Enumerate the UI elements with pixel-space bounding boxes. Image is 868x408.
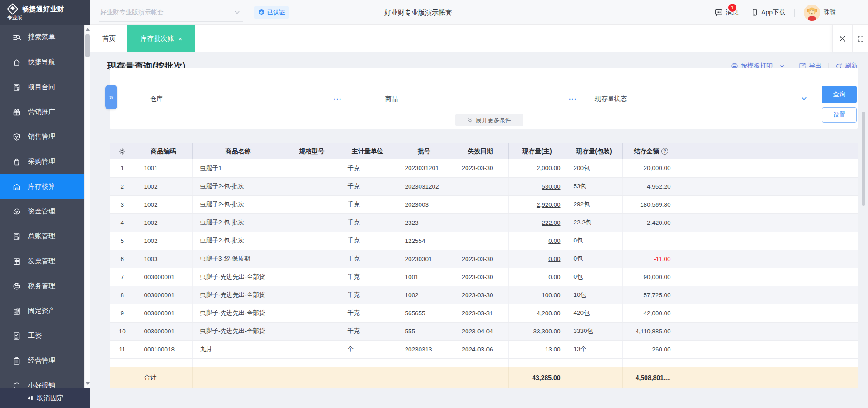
tab-close-icon[interactable]: ×	[179, 35, 183, 42]
query-button[interactable]: 查询	[822, 86, 857, 103]
divider	[794, 9, 795, 17]
scroll-up-arrow-icon[interactable]	[86, 28, 90, 31]
qty-main-link[interactable]: 0.00	[548, 256, 560, 262]
header-qty-main[interactable]: 现存量(主)	[508, 143, 566, 159]
sidebar-item-operations[interactable]: 经营管理	[0, 348, 90, 373]
table-row[interactable]: 2 1002 虫腿子2-包-批次 千克 2023031202 530.00 53…	[110, 177, 858, 195]
cell-spec	[284, 322, 340, 340]
sidebar-item-ledger[interactable]: 总账管理	[0, 224, 90, 249]
table-row[interactable]: 5 1002 虫腿子2-包-批次 千克 122554 0.00 0包	[110, 232, 858, 250]
sidebar-item-invoice[interactable]: 发票管理	[0, 249, 90, 274]
qty-main-link[interactable]: 530.00	[542, 183, 560, 190]
column-settings-button[interactable]	[110, 143, 135, 159]
ellipsis-picker-icon[interactable]: ···	[569, 95, 577, 102]
help-circle-icon[interactable]: ?	[661, 148, 668, 155]
cell-amount: 57,725.00	[622, 286, 680, 304]
header-amount[interactable]: 结存金额 ?	[622, 143, 680, 159]
cell-product-code: 1003	[135, 250, 192, 268]
qty-main-link[interactable]: 0.00	[548, 274, 560, 280]
sidebar-item-salary[interactable]: 工资	[0, 323, 90, 348]
expand-filter-handle[interactable]: »	[105, 85, 117, 109]
header-qty-pack[interactable]: 现存量(包装)	[566, 143, 622, 159]
table-row[interactable]: 8 003000001 虫腿子-先进先出-全部贷 千克 1002 2023-03…	[110, 286, 858, 304]
stock-status-select[interactable]	[640, 90, 809, 105]
cell-spec	[284, 213, 340, 232]
unpin-sidebar-button[interactable]: 取消固定	[0, 388, 90, 408]
cell-product-name: 虫腿子2-包-批次	[192, 195, 284, 213]
row-number: 3	[110, 195, 135, 213]
warehouse-input[interactable]: ···	[172, 90, 344, 105]
cell-unit: 千克	[340, 268, 396, 286]
cell-amount: 20,000.00	[622, 159, 680, 177]
sidebar-item-search[interactable]: 搜索菜单	[0, 25, 90, 50]
sidebar-item-tax[interactable]: 税务管理	[0, 274, 90, 299]
table-row[interactable]: 11 000100018 九月 个 20230313 2024-03-06 13…	[110, 340, 858, 358]
close-page-button[interactable]	[833, 25, 852, 52]
sidebar-item-label: 项目合同	[28, 83, 55, 91]
header-spec[interactable]: 规格型号	[284, 143, 340, 159]
qty-main-link[interactable]: 4,200.00	[537, 310, 561, 317]
account-title: 好业财专业版演示帐套	[384, 0, 452, 25]
qty-main-link[interactable]: 2,920.00	[537, 201, 561, 208]
cell-expiry: 2023-04-04	[453, 322, 508, 340]
header-expiry[interactable]: 失效日期	[453, 143, 508, 159]
tab-inventory-batch[interactable]: 库存批次账 ×	[127, 25, 195, 52]
table-row[interactable]: 9 003000001 虫腿子-先进先出-全部贷 千克 565655 2023-…	[110, 304, 858, 322]
table-row[interactable]: 1 1001 虫腿子1 千克 2023031201 2023-03-30 2,0…	[110, 159, 858, 177]
cell-product-name: 虫腿子-先进先出-全部贷	[192, 322, 284, 340]
messages-button[interactable]: 消息 1	[714, 8, 738, 17]
qty-main-link[interactable]: 222.00	[542, 219, 560, 226]
inventory-icon	[12, 182, 21, 191]
operations-icon	[12, 356, 21, 365]
qty-main-link[interactable]: 0.00	[548, 237, 560, 244]
purchase-icon	[12, 157, 21, 166]
sidebar-item-gift[interactable]: 营销推广	[0, 100, 90, 124]
header-unit[interactable]: 主计量单位	[340, 143, 396, 159]
header-batch[interactable]: 批号	[396, 143, 453, 159]
sidebar-item-contract[interactable]: 项目合同	[0, 75, 90, 100]
ellipsis-picker-icon[interactable]: ···	[334, 95, 342, 102]
table-row[interactable]: 7 003000001 虫腿子-先进先出-全部贷 千克 1001 2023-03…	[110, 268, 858, 286]
sidebar-item-inventory[interactable]: 库存核算	[0, 174, 90, 199]
sidebar-item-home[interactable]: 快捷导航	[0, 50, 90, 75]
sidebar-item-reimburse[interactable]: 小好报销	[0, 373, 90, 388]
cell-unit: 千克	[340, 304, 396, 322]
cell-spec	[284, 250, 340, 268]
app-download-button[interactable]: App下载	[751, 9, 785, 17]
expand-more-conditions-button[interactable]: 展开更多条件	[455, 114, 523, 126]
gear-icon[interactable]	[118, 148, 126, 155]
qty-main-link[interactable]: 13.00	[545, 346, 561, 353]
account-select[interactable]: 好业财专业版演示帐套	[99, 4, 243, 22]
sidebar-item-sales[interactable]: 销售管理	[0, 124, 90, 149]
cell-expiry	[453, 177, 508, 195]
qty-main-link[interactable]: 33,300.00	[533, 328, 560, 335]
table-row[interactable]: 6 1003 虫腿子3-袋-保质期 千克 20230301 2023-03-30…	[110, 250, 858, 268]
page-scrollbar-thumb[interactable]	[862, 112, 865, 206]
cell-qty-pack: 10包	[566, 286, 622, 304]
sidebar-item-purchase[interactable]: 采购管理	[0, 149, 90, 174]
header-product-name[interactable]: 商品名称	[192, 143, 284, 159]
user-avatar[interactable]	[804, 5, 820, 21]
salary-icon	[12, 332, 21, 341]
header-product-code[interactable]: 商品编码	[135, 143, 192, 159]
sidebar-scrollbar[interactable]	[84, 25, 90, 388]
qty-main-link[interactable]: 100.00	[542, 292, 560, 299]
chevron-down-icon[interactable]	[801, 95, 807, 102]
scrollbar-thumb[interactable]	[85, 34, 90, 57]
row-number: 10	[110, 322, 135, 340]
table-row[interactable]: 10 003000001 虫腿子-先进先出-全部贷 千克 555 2023-04…	[110, 322, 858, 340]
settings-button[interactable]: 设置	[822, 107, 857, 123]
table-row[interactable]: 3 1002 虫腿子2-包-批次 千克 2023003 2,920.00 292…	[110, 195, 858, 213]
table-row[interactable]: 4 1002 虫腿子2-包-批次 千克 2323 222.00 22.2包 2,…	[110, 213, 858, 232]
product-input[interactable]: ···	[407, 90, 579, 105]
sidebar-item-assets[interactable]: 固定资产	[0, 299, 90, 323]
fullscreen-button[interactable]	[852, 25, 868, 52]
fullscreen-icon	[857, 35, 864, 42]
sidebar-item-funds[interactable]: 资金管理	[0, 199, 90, 224]
username[interactable]: 珠珠	[824, 9, 836, 17]
collapse-left-icon	[27, 394, 34, 402]
scroll-down-arrow-icon[interactable]	[86, 382, 90, 385]
tabbar: 首页 库存批次账 ×	[90, 25, 868, 52]
qty-main-link[interactable]: 2,000.00	[537, 165, 561, 171]
tab-home[interactable]: 首页	[90, 25, 127, 52]
